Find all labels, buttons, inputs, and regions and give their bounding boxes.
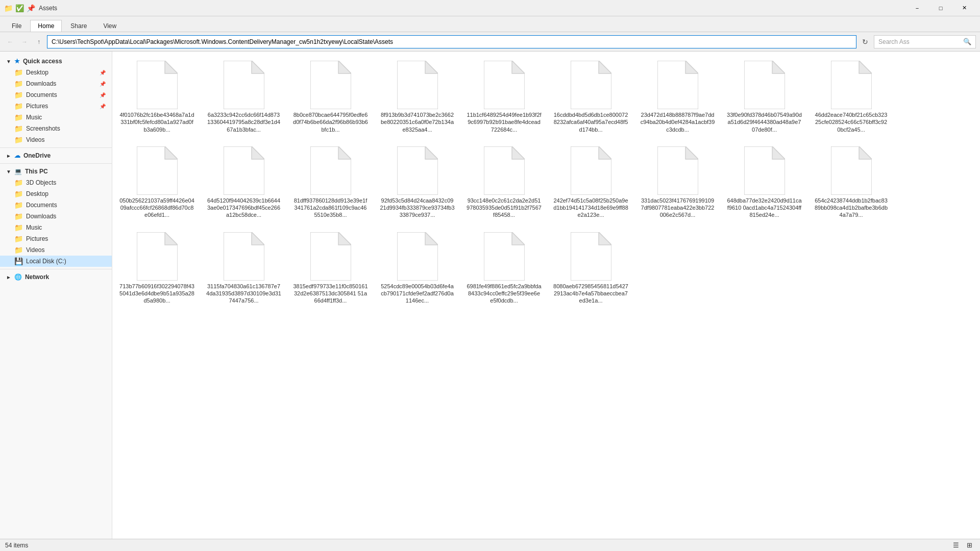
tab-home[interactable]: Home <box>30 20 62 32</box>
tab-file[interactable]: File <box>4 20 29 32</box>
sidebar-item-music-quick[interactable]: 📁 Music <box>0 112 112 123</box>
sidebar-item-label: Pictures <box>26 235 48 242</box>
chevron-icon: ▼ <box>6 59 11 64</box>
file-item[interactable]: 648dba77de32e2420d9d11caf9610 0acd1abc4a… <box>725 142 804 223</box>
folder-icon: 📁 <box>4 4 12 12</box>
sidebar-item-label: Desktop <box>26 190 48 197</box>
sidebar-item-label: Screenshots <box>26 125 60 132</box>
file-item[interactable]: 8f913b9b3d741073be2c3662be80220351c6a0f0… <box>378 57 457 137</box>
sidebar-item-screenshots-quick[interactable]: 📁 Screenshots <box>0 123 112 134</box>
network-icon: 🌐 <box>14 273 22 281</box>
maximize-button[interactable]: □ <box>929 0 952 16</box>
file-area: 4f01076b2fc16be43468a7a1d331bf0fc5fefcd8… <box>112 52 980 539</box>
file-name: 6981fe49f8861ed5fc2a9bbfda8433c94cc0effc… <box>467 283 542 305</box>
sidebar-item-label: Downloads <box>26 213 56 220</box>
status-bar: 54 items ☰ ⊞ <box>0 539 980 551</box>
file-item[interactable]: 3815edf979733e11f0c85016132d2e6387513dc3… <box>291 228 370 309</box>
file-item[interactable]: 713b77b60916f302294078f435041d3e6d4dbe9b… <box>117 228 197 309</box>
up-button[interactable]: ↑ <box>33 36 45 48</box>
back-button[interactable]: ← <box>4 36 16 48</box>
sidebar-item-label: 3D Objects <box>26 179 56 186</box>
file-name: 16cddbd4bd5d6db1ce8000728232afca6af40af9… <box>553 111 628 133</box>
sidebar-item-localdisk[interactable]: 💾 Local Disk (C:) <box>0 256 112 267</box>
ribbon: File Home Share View <box>0 16 980 32</box>
file-item[interactable]: 4f01076b2fc16be43468a7a1d331bf0fc5fefcd8… <box>117 57 197 137</box>
file-item[interactable]: 654c24238744ddb1b2fbac8389bb098ca4d1b2ba… <box>812 142 891 223</box>
file-item[interactable]: 92fd53c5d84d24caa8432c0921d9934fb333879c… <box>378 142 457 223</box>
file-icon <box>484 61 525 109</box>
sidebar-item-label: Downloads <box>26 80 56 87</box>
this-pc-header[interactable]: ▼ 💻 This PC <box>0 166 112 177</box>
file-name: 93cc148e0c2c61c2da2e2d51978035935de0d51f… <box>467 197 542 219</box>
file-icon <box>224 232 264 281</box>
file-icon <box>831 61 872 109</box>
quick-access-header[interactable]: ▼ ★ Quick access <box>0 56 112 67</box>
address-bar: ← → ↑ ↻ Search Ass 🔍 <box>0 32 980 52</box>
svg-marker-33 <box>772 146 785 159</box>
file-item[interactable]: 3115fa704830a61c136787e74da31935d3897d30… <box>204 228 283 309</box>
sidebar-item-videos-pc[interactable]: 📁 Videos <box>0 244 112 256</box>
file-item[interactable]: 6981fe49f8861ed5fc2a9bbfda8433c94cc0effc… <box>464 228 544 309</box>
folder-icon: 📁 <box>14 212 23 220</box>
network-header[interactable]: ► 🌐 Network <box>0 271 112 283</box>
folder-icon: 📁 <box>14 235 23 243</box>
tab-share[interactable]: Share <box>63 20 94 32</box>
close-button[interactable]: ✕ <box>952 0 976 16</box>
sidebar-item-documents-quick[interactable]: 📁 Documents 📌 <box>0 89 112 101</box>
svg-marker-21 <box>252 146 264 159</box>
file-item[interactable]: 33f0e90fd378d46b07549a90da51d6d29f464438… <box>725 57 804 137</box>
onedrive-header[interactable]: ► ☁ OneDrive <box>0 150 112 161</box>
file-item[interactable]: 11b1cf6489254d49fee1b93f2f9c6997b92b91ba… <box>464 57 544 137</box>
file-icon <box>571 146 611 195</box>
svg-marker-11 <box>599 61 611 73</box>
pin-icon: 📌 <box>100 104 106 109</box>
view-controls: ☰ ⊞ <box>950 540 975 551</box>
sidebar-item-documents-pc[interactable]: 📁 Documents <box>0 199 112 211</box>
file-item[interactable]: 331dac5023f41767691991097df9807781eaba42… <box>638 142 717 223</box>
file-item[interactable]: 46dd2eace740bf21c65cb32325cfe028524c66c5… <box>812 57 891 137</box>
svg-marker-47 <box>599 232 611 245</box>
sidebar-item-desktop-pc[interactable]: 📁 Desktop <box>0 188 112 199</box>
sidebar-item-desktop-quick[interactable]: 📁 Desktop 📌 <box>0 67 112 78</box>
sidebar-item-pictures-quick[interactable]: 📁 Pictures 📌 <box>0 101 112 112</box>
file-item[interactable]: 5254cdc89e00054b03d6fe4acb790171cfde9ef2… <box>378 228 457 309</box>
sidebar-item-videos-quick[interactable]: 📁 Videos <box>0 134 112 145</box>
tab-view[interactable]: View <box>95 20 124 32</box>
svg-marker-23 <box>338 146 351 159</box>
file-item[interactable]: 050b256221037a59ff4426e0409afccc66fcf268… <box>117 142 197 223</box>
file-item[interactable]: 81dff937860128dd913e39e1f341761a2cda861f… <box>291 142 370 223</box>
sidebar-item-downloads-quick[interactable]: 📁 Downloads 📌 <box>0 78 112 89</box>
grid-view-button[interactable]: ⊞ <box>964 540 975 551</box>
network-section: ► 🌐 Network <box>0 271 112 283</box>
file-item[interactable]: 8b0ce870bcae644795f0edfe6d0f74b6be66da2f… <box>291 57 370 137</box>
pin-icon: 📌 <box>100 92 106 98</box>
svg-marker-45 <box>512 232 525 245</box>
forward-button[interactable]: → <box>18 36 31 48</box>
svg-marker-19 <box>165 146 178 159</box>
file-item[interactable]: 93cc148e0c2c61c2da2e2d51978035935de0d51f… <box>464 142 544 223</box>
list-view-button[interactable]: ☰ <box>950 540 962 551</box>
file-icon <box>224 146 264 195</box>
search-box[interactable]: Search Ass 🔍 <box>874 35 976 48</box>
svg-marker-31 <box>685 146 698 159</box>
title-bar-icons: 📁 ✅ 📌 <box>4 4 35 12</box>
svg-marker-9 <box>512 61 525 73</box>
file-item[interactable]: 6a3233c942cc6dc66f14d873133604419795a8c2… <box>204 57 283 137</box>
file-item[interactable]: 23d472d148b888787f9ae7ddc94ba20b4d0ef428… <box>638 57 717 137</box>
file-item[interactable]: 242ef74d51c5a08f25b250a9ed1bb194141734d1… <box>551 142 630 223</box>
file-item[interactable]: 8080aeb672985456811d54272913ac4b7e4a57bb… <box>551 228 630 309</box>
sidebar-item-music-pc[interactable]: 📁 Music <box>0 222 112 233</box>
folder-icon: 📁 <box>14 124 23 133</box>
file-item[interactable]: 64d5120f944042639c1b66443ae0e017347696bd… <box>204 142 283 223</box>
refresh-button[interactable]: ↻ <box>859 35 872 48</box>
sidebar-item-3dobjects[interactable]: 📁 3D Objects <box>0 177 112 188</box>
sidebar-item-pictures-pc[interactable]: 📁 Pictures <box>0 233 112 244</box>
sidebar-item-label: Pictures <box>26 103 48 110</box>
sidebar-item-downloads-pc[interactable]: 📁 Downloads <box>0 211 112 222</box>
folder-icon: 📁 <box>14 246 23 254</box>
address-input[interactable] <box>47 35 856 48</box>
minimize-button[interactable]: − <box>905 0 929 16</box>
sidebar-item-label: Documents <box>26 91 57 98</box>
quick-access-label: Quick access <box>23 58 62 65</box>
file-item[interactable]: 16cddbd4bd5d6db1ce8000728232afca6af40af9… <box>551 57 630 137</box>
